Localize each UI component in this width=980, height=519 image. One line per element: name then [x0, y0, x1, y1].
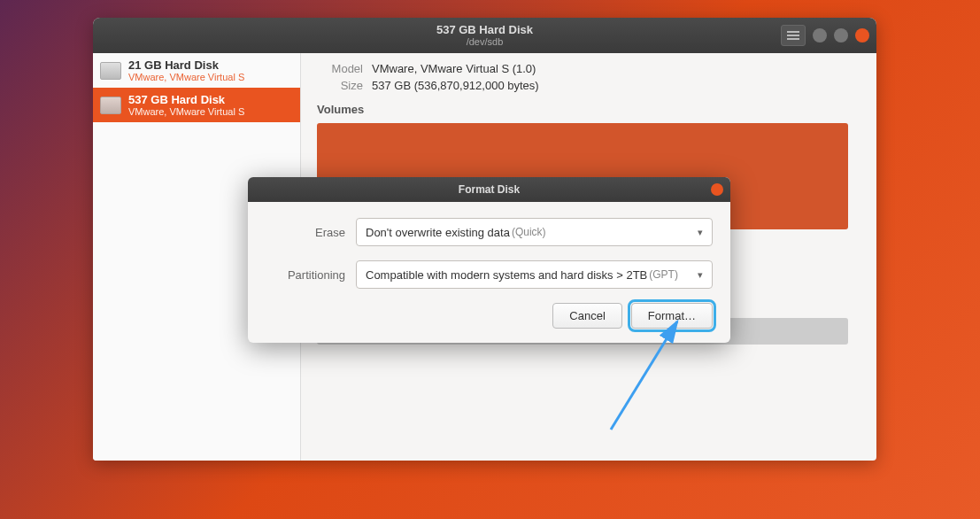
disk-sublabel: VMware, VMware Virtual S — [128, 72, 244, 82]
minimize-button[interactable] — [813, 28, 827, 43]
format-disk-dialog: Format Disk Erase Don't overwrite existi… — [248, 177, 730, 343]
erase-label: Erase — [266, 226, 345, 239]
cancel-button[interactable]: Cancel — [552, 303, 621, 329]
window-titlebar: 537 GB Hard Disk /dev/sdb — [93, 18, 876, 53]
erase-hint: (Quick) — [512, 226, 546, 238]
partitioning-selected-value: Compatible with modern systems and hard … — [366, 268, 647, 282]
partitioning-hint: (GPT) — [649, 268, 678, 281]
maximize-button[interactable] — [834, 28, 848, 43]
model-label: Model — [317, 62, 363, 75]
volumes-heading: Volumes — [317, 103, 860, 116]
hamburger-menu-button[interactable] — [781, 25, 806, 46]
window-title: 537 GB Hard Disk — [436, 23, 533, 37]
format-button[interactable]: Format… — [631, 303, 713, 329]
dialog-close-button[interactable] — [711, 183, 723, 196]
dialog-title: Format Disk — [459, 183, 520, 196]
partitioning-dropdown[interactable]: Compatible with modern systems and hard … — [356, 260, 713, 289]
harddisk-icon — [100, 97, 121, 114]
size-label: Size — [317, 79, 363, 92]
size-value: 537 GB (536,870,912,000 bytes) — [372, 79, 539, 92]
close-window-button[interactable] — [855, 28, 869, 43]
sidebar-disk-1[interactable]: 537 GB Hard Disk VMware, VMware Virtual … — [93, 88, 300, 122]
disk-label: 537 GB Hard Disk — [128, 93, 244, 106]
window-subtitle: /dev/sdb — [436, 36, 533, 48]
erase-dropdown[interactable]: Don't overwrite existing data (Quick) — [356, 218, 713, 246]
partitioning-label: Partitioning — [266, 268, 345, 282]
erase-selected-value: Don't overwrite existing data — [366, 226, 510, 239]
model-value: VMware, VMware Virtual S (1.0) — [372, 62, 536, 75]
dialog-titlebar: Format Disk — [248, 177, 730, 202]
sidebar-disk-0[interactable]: 21 GB Hard Disk VMware, VMware Virtual S — [93, 53, 300, 88]
disk-label: 21 GB Hard Disk — [128, 58, 244, 72]
disk-sublabel: VMware, VMware Virtual S — [128, 106, 244, 117]
harddisk-icon — [100, 62, 121, 80]
